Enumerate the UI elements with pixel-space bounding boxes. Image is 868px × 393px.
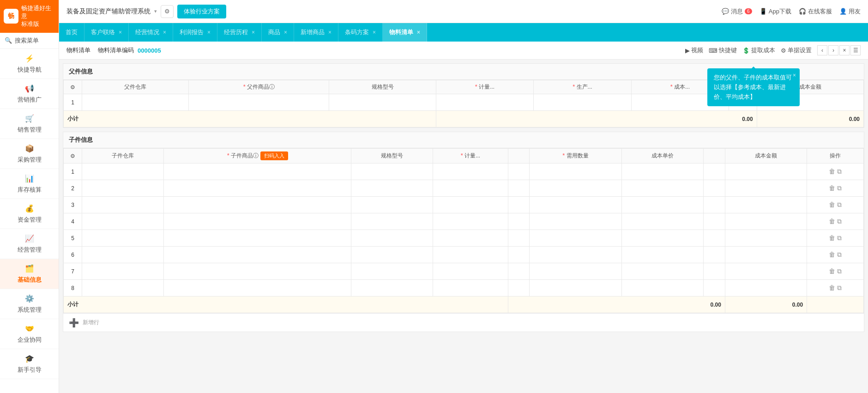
child-cell-unit[interactable]: [433, 247, 508, 263]
child-cell-goods[interactable]: [164, 263, 351, 280]
delete-icon[interactable]: 🗑: [829, 168, 835, 175]
tab-home[interactable]: 首页: [59, 23, 84, 42]
tab-operations-close[interactable]: ×: [163, 29, 166, 36]
copy-icon[interactable]: ⧉: [837, 251, 842, 259]
sidebar-item-inventory[interactable]: 📊 库存核算: [0, 169, 59, 199]
child-cell-qty[interactable]: [529, 230, 621, 247]
child-cell-qty[interactable]: [529, 280, 621, 296]
app-download-action[interactable]: 📱 App下载: [760, 7, 791, 16]
child-cell-goods[interactable]: [164, 163, 351, 180]
child-cell-warehouse[interactable]: [82, 230, 164, 247]
settings-button[interactable]: ⚙: [161, 5, 174, 18]
tab-history[interactable]: 经营历程 ×: [217, 23, 262, 42]
tab-bom[interactable]: 物料清单 ×: [383, 23, 427, 42]
copy-icon[interactable]: ⧉: [837, 284, 842, 292]
nav-next-button[interactable]: ›: [828, 45, 838, 55]
copy-icon[interactable]: ⧉: [837, 168, 842, 175]
child-cell-qty[interactable]: [529, 263, 621, 280]
th-child-settings[interactable]: ⚙: [64, 149, 82, 163]
child-cell-warehouse[interactable]: [82, 163, 164, 180]
cell-spec[interactable]: [329, 94, 436, 111]
sidebar-item-purchase[interactable]: 📦 采购管理: [0, 139, 59, 169]
child-cell-unit-price[interactable]: [622, 230, 704, 247]
child-cell-warehouse[interactable]: [82, 280, 164, 296]
child-cell-goods[interactable]: [164, 180, 351, 197]
child-cell-spec[interactable]: [351, 247, 433, 263]
child-cell-unit-price[interactable]: [622, 197, 704, 213]
cost-action[interactable]: 💲 提取成本: [742, 46, 775, 54]
child-cell-unit[interactable]: [433, 263, 508, 280]
system-dropdown-icon[interactable]: ▾: [154, 8, 157, 14]
child-cell-warehouse[interactable]: [82, 263, 164, 280]
delete-icon[interactable]: 🗑: [829, 267, 835, 275]
child-cell-warehouse[interactable]: [82, 213, 164, 230]
child-cell-qty[interactable]: [529, 213, 621, 230]
child-cell-warehouse[interactable]: [82, 197, 164, 213]
doc-settings-action[interactable]: ⚙ 单据设置: [781, 46, 812, 54]
message-action[interactable]: 💬 消息 6: [722, 7, 752, 16]
child-cell-unit[interactable]: [433, 230, 508, 247]
copy-icon[interactable]: ⧉: [837, 234, 842, 242]
child-cell-warehouse[interactable]: [82, 180, 164, 197]
child-cell-goods[interactable]: [164, 247, 351, 263]
tab-profit[interactable]: 利润报告 ×: [173, 23, 217, 42]
child-cell-unit-price[interactable]: [622, 180, 704, 197]
th-settings[interactable]: ⚙: [64, 80, 82, 94]
child-cell-spec[interactable]: [351, 163, 433, 180]
sidebar-search[interactable]: 🔍 搜索菜单: [0, 33, 59, 49]
tab-operations[interactable]: 经营情况 ×: [129, 23, 173, 42]
tooltip-close[interactable]: ×: [793, 71, 796, 80]
trial-button[interactable]: 体验行业方案: [177, 5, 226, 18]
tab-add-goods-close[interactable]: ×: [328, 29, 332, 36]
sidebar-item-guide[interactable]: 🎓 新手引导: [0, 349, 59, 379]
grid-view-button[interactable]: ☰: [850, 45, 861, 55]
delete-icon[interactable]: 🗑: [829, 234, 835, 242]
nav-prev-button[interactable]: ‹: [817, 45, 827, 55]
tab-add-goods[interactable]: 新增商品 ×: [294, 23, 338, 42]
copy-icon[interactable]: ⧉: [837, 218, 842, 225]
tab-barcode-close[interactable]: ×: [373, 29, 376, 36]
child-cell-goods[interactable]: [164, 197, 351, 213]
sidebar-item-finance[interactable]: 💰 资金管理: [0, 199, 59, 229]
copy-icon[interactable]: ⧉: [837, 201, 842, 209]
child-cell-goods[interactable]: [164, 213, 351, 230]
tab-bom-close[interactable]: ×: [417, 29, 420, 36]
child-cell-unit[interactable]: [433, 213, 508, 230]
tab-goods[interactable]: 商品 ×: [262, 23, 294, 42]
scan-button[interactable]: 扫码入入: [260, 151, 288, 160]
sidebar-item-operations[interactable]: 📈 经营管理: [0, 229, 59, 259]
child-cell-unit[interactable]: [433, 180, 508, 197]
tab-profit-close[interactable]: ×: [207, 29, 211, 36]
copy-icon[interactable]: ⧉: [837, 184, 842, 192]
close-tab-button[interactable]: ×: [839, 45, 850, 55]
tab-customer[interactable]: 客户联络 ×: [84, 23, 129, 42]
tab-history-close[interactable]: ×: [252, 29, 255, 36]
delete-icon[interactable]: 🗑: [829, 218, 835, 225]
child-cell-warehouse[interactable]: [82, 247, 164, 263]
delete-icon[interactable]: 🗑: [829, 284, 835, 292]
sidebar-item-sales[interactable]: 🛒 销售管理: [0, 109, 59, 139]
child-cell-goods[interactable]: [164, 280, 351, 296]
cell-produce[interactable]: [534, 94, 631, 111]
child-cell-unit-price[interactable]: [622, 247, 704, 263]
view-action[interactable]: ▶ 视频: [685, 46, 703, 54]
sidebar-item-system[interactable]: ⚙️ 系统管理: [0, 289, 59, 319]
child-cell-unit-price[interactable]: [622, 213, 704, 230]
copy-icon[interactable]: ⧉: [837, 267, 842, 275]
child-cell-qty[interactable]: [529, 247, 621, 263]
user-action[interactable]: 👤 用友: [839, 7, 861, 16]
tab-customer-close[interactable]: ×: [119, 29, 122, 36]
child-cell-spec[interactable]: [351, 197, 433, 213]
child-cell-spec[interactable]: [351, 230, 433, 247]
child-cell-qty[interactable]: [529, 197, 621, 213]
child-cell-spec[interactable]: [351, 213, 433, 230]
child-cell-unit[interactable]: [433, 163, 508, 180]
sidebar-item-basic-info[interactable]: 🗂️ 基础信息: [0, 259, 59, 289]
child-cell-goods[interactable]: [164, 230, 351, 247]
shortcut-action[interactable]: ⌨ 快捷键: [709, 46, 737, 54]
child-cell-spec[interactable]: [351, 263, 433, 280]
child-cell-spec[interactable]: [351, 280, 433, 296]
child-cell-unit-price[interactable]: [622, 163, 704, 180]
cell-warehouse[interactable]: [82, 94, 189, 111]
cell-unit[interactable]: [436, 94, 533, 111]
